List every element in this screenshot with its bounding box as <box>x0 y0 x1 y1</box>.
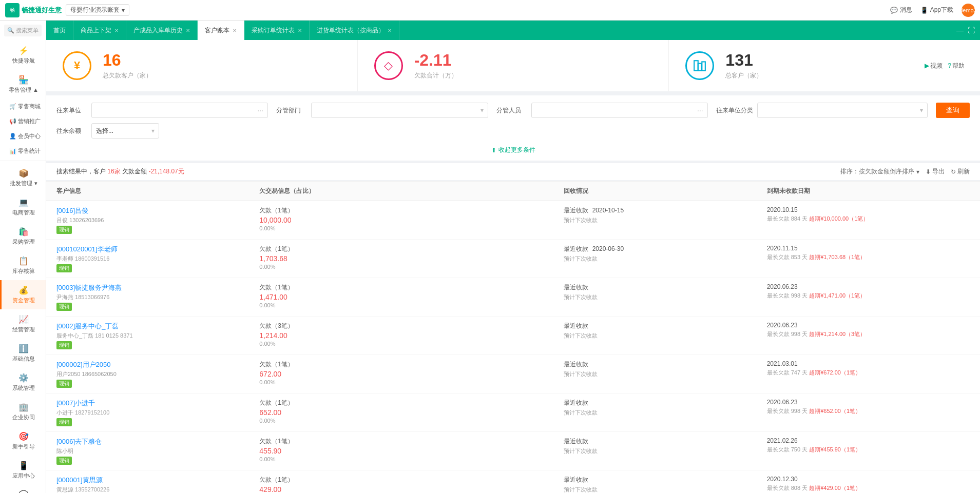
td-due-8: 2020.12.30 最长欠款 808 天 超期¥429.00（1笔） <box>767 476 970 492</box>
overdue-link[interactable]: 超期¥455.90（1笔） <box>809 446 861 452</box>
tab-product-inbound[interactable]: 产成品入库单历史 ✕ <box>126 21 198 40</box>
inventory-icon: 📋 <box>18 256 29 266</box>
overdue-link[interactable]: 超期¥1,214.00（3笔） <box>809 331 866 337</box>
overdue-link[interactable]: 超期¥652.00（1笔） <box>809 408 861 414</box>
result-bar: 搜索结果中，客户 16家 欠款金额 -21,148.07元 排序：按欠款金额倒序… <box>46 163 980 180</box>
td-recovery-4: 最近收款 预计下次收款 <box>564 322 766 340</box>
svg-rect-2 <box>702 62 706 70</box>
ops-mgmt-icon: 📈 <box>18 314 29 324</box>
sidebar-item-retail-mgmt[interactable]: 🏪 零售管理 ▲ <box>0 70 46 99</box>
filter-unit-dots: ··· <box>258 106 264 114</box>
member-icon: 👤 <box>9 133 16 140</box>
search-placeholder: 搜索菜单 <box>16 27 39 34</box>
tab-close-icon[interactable]: ✕ <box>186 28 190 33</box>
sidebar-item-member[interactable]: 👤 会员中心 <box>0 129 46 144</box>
filter-row-2: 往来余额 选择... ▾ <box>56 123 970 139</box>
sidebar-item-basic-info[interactable]: ℹ️ 基础信息 <box>0 339 46 368</box>
tab-inbound-stats[interactable]: 进货单统计表（按商品） ✕ <box>310 21 399 40</box>
table-row: [000001]黄思源 黄思源 13552700226 现销 欠款（1笔） 42… <box>46 470 980 493</box>
overdue-link[interactable]: 超期¥1,471.00（1笔） <box>809 292 866 299</box>
overdue-link[interactable]: 超期¥429.00（1笔） <box>809 485 861 491</box>
sidebar-nav: ⚡ 快捷导航 🏪 零售管理 ▲ 🛒 零售商城 📢 营销推广 👤 会员 <box>0 41 46 493</box>
batch-mgmt-icon: 📦 <box>18 168 29 178</box>
overdue-link[interactable]: 超期¥1,703.68（1笔） <box>809 254 866 260</box>
download-icon: 📱 <box>920 7 928 14</box>
filter-person-input[interactable]: ··· <box>531 103 708 118</box>
sidebar-search-box[interactable]: 🔍 搜索菜单 <box>4 25 42 36</box>
stat-number-customers: 16 <box>103 51 342 69</box>
filter-dept-select[interactable]: ▾ <box>311 103 488 118</box>
filter-item-unit: 往来单位 ··· <box>56 103 268 118</box>
search-button[interactable]: 查询 <box>936 103 970 118</box>
overdue-link[interactable]: 超期¥672.00（1笔） <box>809 369 861 376</box>
customer-name-link[interactable]: [0001020001]李老师 <box>56 245 259 254</box>
sidebar-item-marketing[interactable]: 📢 营销推广 <box>0 114 46 129</box>
customer-name-link[interactable]: [0016]吕俊 <box>56 206 259 215</box>
retail-mall-icon: 🛒 <box>9 103 16 110</box>
sidebar-item-purchase-mgmt[interactable]: 🛍️ 采购管理 <box>0 222 46 251</box>
customer-name-link[interactable]: [000002]用户2050 <box>56 360 259 369</box>
sort-selector[interactable]: 排序：按欠款金额倒序排序 ▾ <box>840 167 919 176</box>
collapse-bar[interactable]: ⬆ 收起更多条件 <box>56 144 970 156</box>
filter-unit-input[interactable]: ··· <box>91 103 268 118</box>
stat-icon-1: ¥ <box>62 50 92 81</box>
sidebar-item-ecom-mgmt[interactable]: 💻 电商管理 <box>0 192 46 222</box>
td-recovery-5: 最近收款 预计下次收款 <box>564 360 766 378</box>
overdue-link[interactable]: 超期¥10,000.00（1笔） <box>809 215 869 222</box>
wechat-icon: 💬 <box>18 490 29 493</box>
tab-expand-icon[interactable]: ⛶ <box>968 26 975 34</box>
collapse-icon: ⬆ <box>491 147 496 154</box>
stat-label-amount: 欠款合计（万） <box>414 71 654 80</box>
filter-balance-select[interactable]: 选择... ▾ <box>91 123 159 139</box>
tab-product-offline[interactable]: 商品上下架 ✕ <box>73 21 126 40</box>
td-customer-7: [0006]去下粮仓 陈小明 现销 <box>56 437 259 465</box>
top-bar-left: 畅 畅捷通好生意 母婴行业演示账套 ▾ <box>5 3 890 17</box>
stat-card-debt-customers: ¥ 16 总欠款客户（家） <box>46 40 358 91</box>
stat-number-amount: -2.11 <box>414 51 654 69</box>
app-download-btn[interactable]: 📱 App下载 <box>920 6 953 14</box>
tab-close-icon[interactable]: ✕ <box>388 28 392 33</box>
customer-name-link[interactable]: [0007]小进千 <box>56 399 259 408</box>
customer-name-link[interactable]: [000001]黄思源 <box>56 476 259 485</box>
sidebar-item-guide[interactable]: 🎯 新手引导 <box>0 426 46 456</box>
tab-close-icon[interactable]: ✕ <box>298 28 302 33</box>
user-profile[interactable]: demo2 <box>962 4 975 17</box>
refresh-btn[interactable]: ↻ 刷新 <box>951 167 970 176</box>
filter-dept-arrow: ▾ <box>481 107 484 114</box>
td-due-4: 2020.06.23 最长欠款 998 天 超期¥1,214.00（3笔） <box>767 322 970 338</box>
export-btn[interactable]: ⬇ 导出 <box>926 167 945 176</box>
store-selector[interactable]: 母婴行业演示账套 ▾ <box>66 4 129 16</box>
sidebar-item-sys-mgmt[interactable]: ⚙️ 系统管理 <box>0 368 46 397</box>
td-debt-8: 欠款（1笔） 429.00 0.00% <box>259 476 564 493</box>
export-icon: ⬇ <box>926 168 931 175</box>
sidebar-item-finance-mgmt[interactable]: 💰 资金管理 <box>0 280 46 309</box>
filter-balance-arrow: ▾ <box>151 127 155 134</box>
sidebar-item-batch-mgmt[interactable]: 📦 批发管理 ▾ <box>0 163 46 192</box>
help-btn[interactable]: ? 帮助 <box>948 62 965 70</box>
message-btn[interactable]: 💬 消息 <box>890 6 912 14</box>
customer-name-link[interactable]: [0002]服务中心_丁磊 <box>56 322 259 331</box>
td-customer-6: [0007]小进千 小进千 18279152100 现销 <box>56 399 259 426</box>
sidebar-item-retail-stats[interactable]: 📊 零售统计 <box>0 144 46 159</box>
sidebar-item-quick-nav[interactable]: ⚡ 快捷导航 <box>0 41 46 70</box>
tab-close-icon[interactable]: ✕ <box>233 28 237 33</box>
filter-category-select[interactable]: ▾ <box>757 103 928 118</box>
td-recovery-6: 最近收款 预计下次收款 <box>564 399 766 417</box>
sidebar-item-inventory[interactable]: 📋 库存核算 <box>0 251 46 280</box>
td-debt-2: 欠款（1笔） 1,703.68 0.00% <box>259 245 564 270</box>
customer-name-link[interactable]: [0006]去下粮仓 <box>56 437 259 446</box>
tab-purchase-order[interactable]: 采购订单统计表 ✕ <box>244 21 310 40</box>
sidebar-item-enterprise[interactable]: 🏢 企业协同 <box>0 397 46 426</box>
tab-customer-account[interactable]: 客户账本 ✕ <box>198 21 244 40</box>
video-btn[interactable]: ▶ 视频 <box>925 62 943 70</box>
sidebar-search-area: 🔍 搜索菜单 <box>0 21 46 41</box>
tab-close-icon[interactable]: ✕ <box>114 28 119 33</box>
tab-minimize-icon[interactable]: — <box>956 26 964 34</box>
sidebar-item-ops-mgmt[interactable]: 📈 经营管理 <box>0 309 46 339</box>
filter-item-dept: 分管部门 ▾ <box>276 103 488 118</box>
sidebar-item-retail-mall[interactable]: 🛒 零售商城 <box>0 99 46 114</box>
tab-home[interactable]: 首页 <box>46 21 73 40</box>
sidebar-item-app-center[interactable]: 📱 应用中心 <box>0 456 46 485</box>
customer-name-link[interactable]: [0003]畅捷服务尹海燕 <box>56 283 259 292</box>
sidebar-item-wechat[interactable]: 💬 企业微信 <box>0 485 46 493</box>
